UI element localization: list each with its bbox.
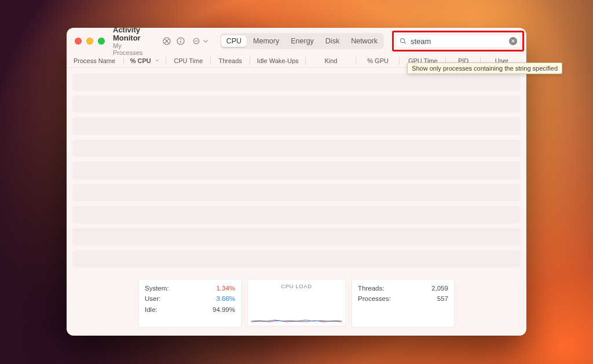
table-row: [72, 250, 521, 267]
table-row: [72, 95, 521, 113]
search-field-highlight: [396, 34, 521, 48]
col-idle-wakeups[interactable]: Idle Wake-Ups: [250, 54, 306, 67]
search-tooltip: Show only processes containing the strin…: [407, 62, 562, 74]
process-list[interactable]: [67, 68, 526, 273]
close-window-button[interactable]: [75, 38, 82, 45]
process-info-button[interactable]: [176, 34, 185, 48]
search-field[interactable]: [396, 34, 521, 48]
tab-network[interactable]: Network: [346, 35, 383, 47]
col-cpu-percent[interactable]: % CPU: [124, 54, 166, 67]
processes-value: 557: [437, 293, 448, 304]
processes-label: Processes:: [358, 293, 391, 304]
sort-descending-icon: [155, 57, 160, 64]
svg-point-8: [401, 39, 405, 43]
threads-value: 2,059: [431, 283, 448, 293]
col-cpu-time[interactable]: CPU Time: [166, 54, 211, 67]
tab-disk[interactable]: Disk: [320, 35, 345, 47]
table-row: [72, 73, 521, 91]
threads-label: Threads:: [358, 283, 384, 293]
col-process-name[interactable]: Process Name: [70, 54, 124, 67]
info-icon: [176, 36, 185, 46]
tab-energy[interactable]: Energy: [285, 35, 319, 47]
process-count-card: Threads:2,059 Processes:557: [352, 279, 455, 328]
window-title: Activity Monitor: [113, 26, 145, 43]
cpu-load-card: CPU LOAD: [247, 279, 346, 326]
tab-bar: CPU Memory Energy Disk Network: [220, 33, 384, 49]
col-threads[interactable]: Threads: [211, 54, 250, 67]
search-icon: [399, 37, 407, 45]
view-options-dropdown[interactable]: [190, 37, 212, 45]
table-row: [72, 184, 521, 201]
minimize-window-button[interactable]: [86, 38, 93, 45]
search-input[interactable]: [409, 36, 509, 46]
svg-point-5: [180, 39, 181, 40]
col-kind[interactable]: Kind: [306, 54, 356, 67]
cpu-load-title: CPU LOAD: [254, 283, 339, 289]
user-value: 3.66%: [216, 293, 235, 304]
table-row: [72, 228, 521, 245]
idle-value: 94.99%: [213, 304, 235, 315]
idle-label: Idle:: [145, 304, 158, 315]
tab-cpu[interactable]: CPU: [221, 35, 247, 47]
user-label: User:: [145, 293, 160, 304]
empty-rows: [72, 73, 521, 267]
window-title-block: Activity Monitor My Processes: [113, 26, 145, 57]
zoom-window-button[interactable]: [98, 38, 105, 45]
clear-search-button[interactable]: [509, 37, 517, 45]
x-icon: [511, 39, 515, 43]
system-label: System:: [145, 283, 169, 293]
window-controls: [75, 38, 105, 45]
stop-process-icon: [162, 36, 171, 46]
table-row: [72, 206, 521, 223]
cpu-usage-card: System:1.34% User:3.66% Idle:94.99%: [138, 279, 241, 328]
chevron-down-icon: [202, 37, 210, 45]
cpu-load-graph: [251, 310, 342, 322]
activity-monitor-window: Activity Monitor My Processes CPU Memory: [67, 28, 526, 336]
toolbar: Activity Monitor My Processes CPU Memory: [67, 28, 526, 54]
stop-process-button[interactable]: [162, 34, 171, 48]
table-row: [72, 117, 521, 135]
table-row: [72, 161, 521, 179]
table-row: [72, 139, 521, 157]
minus-circle-icon: [192, 37, 200, 45]
svg-line-9: [404, 42, 406, 44]
system-value: 1.34%: [216, 283, 235, 293]
tab-memory[interactable]: Memory: [248, 35, 284, 47]
col-gpu-percent[interactable]: % GPU: [356, 54, 400, 67]
cpu-summary: System:1.34% User:3.66% Idle:94.99% CPU …: [67, 273, 526, 336]
